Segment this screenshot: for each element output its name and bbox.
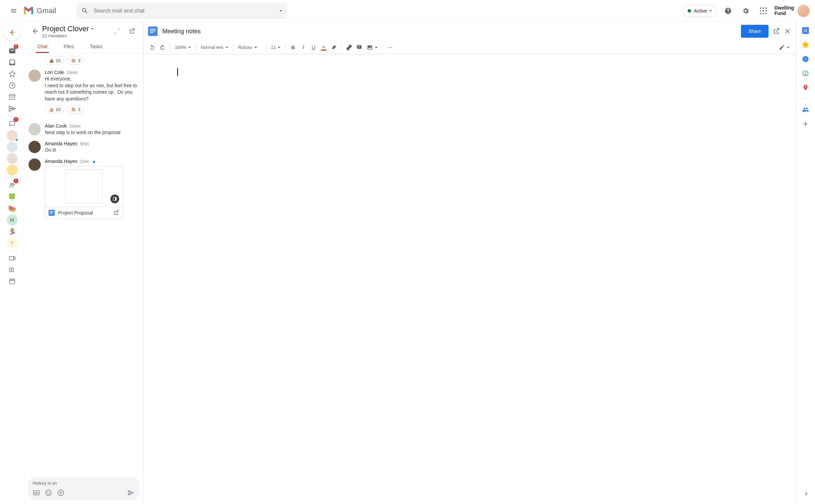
chat-contact-2[interactable] (7, 142, 18, 152)
doc-page[interactable] (143, 54, 796, 504)
contacts-addon[interactable] (802, 70, 809, 77)
reaction-chip[interactable]: 👍🏼10 (45, 105, 64, 114)
more-button[interactable] (385, 43, 395, 52)
emoji-button[interactable] (45, 489, 52, 497)
message: Amanda Hayes 2min Project Proposa (29, 158, 139, 219)
tab-tasks[interactable]: Tasks (89, 41, 104, 53)
message-composer[interactable]: History is on GIF (28, 477, 140, 500)
doc-title[interactable]: Meeting notes (162, 28, 201, 35)
svg-point-27 (803, 71, 808, 76)
chat-contact-3[interactable] (7, 153, 18, 164)
comment-button[interactable] (355, 43, 364, 52)
collapse-icon[interactable] (110, 24, 124, 38)
svg-point-1 (10, 183, 12, 185)
link-button[interactable] (344, 43, 354, 52)
starred-nav[interactable] (5, 69, 19, 79)
room-members[interactable]: 22 members (42, 33, 110, 38)
maps-addon[interactable] (802, 84, 809, 91)
account-avatar[interactable] (797, 5, 810, 17)
open-external-icon[interactable] (113, 210, 119, 216)
popout-icon[interactable] (125, 24, 139, 38)
message: Amanda Hayes5min On it! (29, 141, 139, 154)
space-2[interactable]: 🍉 (7, 203, 18, 214)
svg-point-26 (392, 47, 392, 48)
add-addon-button[interactable] (802, 120, 809, 127)
meet-nav[interactable] (5, 253, 19, 264)
search-input[interactable] (93, 8, 279, 14)
contacts-addon-2[interactable] (802, 106, 809, 113)
italic-button[interactable]: I (298, 43, 308, 52)
editing-mode-button[interactable] (777, 44, 792, 51)
status-dot-icon (688, 9, 691, 13)
reaction-chip[interactable]: 👍🏽10 (45, 56, 64, 65)
room-title[interactable]: Project Clover (42, 24, 110, 33)
mail-nav[interactable]: 8 (5, 45, 19, 56)
bold-button[interactable]: B (288, 43, 298, 52)
tab-chat[interactable]: Chat (36, 41, 49, 53)
space-4[interactable]: 🏂 (7, 226, 18, 237)
doc-attachment[interactable]: Project Proposal (45, 166, 123, 219)
fontsize-selector[interactable]: 11 (269, 45, 283, 50)
settings-button[interactable] (739, 4, 753, 18)
spaces-badge: 1 (14, 179, 18, 183)
inbox-nav[interactable] (5, 57, 19, 68)
message: Lori Cole15min Hi everyone, I need to st… (29, 70, 139, 118)
font-selector[interactable]: Roboto (236, 45, 263, 50)
doc-popout-icon[interactable] (773, 27, 780, 35)
chat-contact-4[interactable] (7, 165, 18, 175)
avatar[interactable] (29, 123, 41, 135)
status-selector[interactable]: Active (683, 5, 717, 17)
underline-button[interactable]: U (309, 43, 318, 52)
tasks-addon[interactable] (802, 56, 809, 62)
composer-hint: History is on (33, 481, 135, 486)
google-apps-button[interactable] (757, 4, 770, 18)
gif-button[interactable]: GIF (33, 489, 40, 497)
main-menu-button[interactable] (5, 3, 22, 19)
meet-calendar-nav[interactable] (5, 276, 19, 287)
svg-rect-3 (9, 257, 13, 260)
chat-contact-1[interactable] (7, 130, 18, 141)
message: Alan Cook10min Next step is to work on t… (29, 123, 139, 136)
upload-button[interactable] (57, 489, 65, 497)
snoozed-nav[interactable] (5, 80, 19, 91)
undo-button[interactable] (147, 43, 157, 52)
search-bar[interactable] (76, 3, 287, 19)
spaces-nav[interactable]: 1 (5, 180, 19, 191)
space-5[interactable]: Y (7, 238, 18, 248)
search-icon (81, 7, 89, 15)
space-3[interactable]: M (7, 214, 18, 225)
style-selector[interactable]: Normal text (199, 45, 230, 50)
avatar[interactable] (29, 141, 41, 153)
redo-button[interactable] (158, 43, 167, 52)
chat-nav[interactable]: 1 (5, 118, 19, 129)
avatar[interactable] (29, 158, 41, 171)
share-button[interactable]: Share (741, 25, 768, 38)
text-color-button[interactable]: A (319, 43, 328, 52)
support-button[interactable] (721, 4, 735, 18)
open-side-icon[interactable] (110, 194, 119, 203)
gmail-logo[interactable]: Gmail (22, 4, 56, 18)
search-options-icon[interactable] (279, 10, 282, 12)
space-1[interactable]: 🍀 (7, 191, 18, 202)
avatar[interactable] (29, 70, 41, 82)
reaction-chip[interactable]: 👏🏼3 (67, 56, 84, 65)
doc-toolbar: 100% Normal text Roboto 11 B I U A (143, 41, 796, 54)
send-button[interactable] (127, 489, 135, 497)
compose-button[interactable] (4, 24, 20, 41)
calendar-addon[interactable]: 31 (802, 27, 809, 34)
image-button[interactable] (365, 44, 380, 51)
tab-files[interactable]: Files (62, 41, 75, 53)
meet-new-nav[interactable] (5, 264, 19, 275)
hide-panel-icon[interactable] (803, 490, 810, 497)
archive-nav[interactable] (5, 92, 19, 102)
doc-close-icon[interactable] (784, 28, 791, 35)
svg-point-28 (805, 86, 806, 87)
svg-point-24 (388, 47, 389, 48)
back-button[interactable] (29, 24, 42, 38)
highlight-button[interactable] (329, 43, 339, 52)
svg-rect-5 (10, 279, 15, 284)
keep-addon[interactable] (802, 41, 809, 48)
sent-nav[interactable] (5, 103, 19, 114)
reaction-chip[interactable]: 👏🏼3 (67, 105, 84, 114)
zoom-selector[interactable]: 100% (173, 45, 193, 50)
